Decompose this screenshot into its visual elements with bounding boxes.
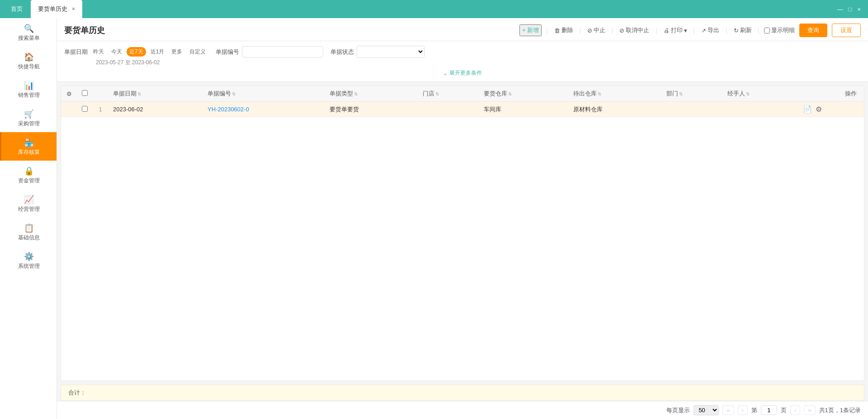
active-tab-label: 要货单历史 bbox=[38, 5, 67, 13]
toolbar: + 新增 | 🗑 删除 | ⊘ 中止 | ⊘ 取消中止 | 🖨 bbox=[519, 24, 861, 37]
handler-col-header: 经手人⇅ bbox=[723, 86, 798, 102]
checkbox-col-header bbox=[77, 86, 92, 102]
status-select[interactable] bbox=[357, 46, 425, 58]
dept-col-header: 部门⇅ bbox=[662, 86, 723, 102]
row-checkbox bbox=[77, 102, 92, 117]
sidebar-item-quick-nav[interactable]: 🏠 快捷导航 bbox=[0, 47, 57, 75]
quick-nav-icon: 🏠 bbox=[24, 53, 34, 61]
sidebar-item-inventory[interactable]: 🏪 库存核算 bbox=[0, 132, 57, 161]
row-delete-icon[interactable]: ⚙ bbox=[816, 105, 822, 114]
sidebar-item-base-info[interactable]: 📋 基础信息 bbox=[0, 218, 57, 246]
purchase-icon: 🛒 bbox=[24, 110, 34, 118]
tab-home[interactable]: 首页 bbox=[4, 0, 30, 18]
row-handler bbox=[723, 102, 798, 117]
last-page-button[interactable]: » bbox=[804, 405, 815, 415]
tab-active[interactable]: 要货单历史 × bbox=[31, 0, 82, 18]
order-no-input[interactable] bbox=[242, 46, 323, 57]
sidebar-item-finance[interactable]: 🔒 资金管理 bbox=[0, 161, 57, 189]
row-edit-icon[interactable]: 📄 bbox=[803, 105, 812, 114]
close-tab-icon[interactable]: × bbox=[72, 6, 75, 12]
home-tab-label: 首页 bbox=[11, 5, 23, 13]
order-no-filter-group: 单据编号 bbox=[216, 46, 323, 57]
inventory-icon: 🏪 bbox=[24, 138, 34, 147]
sidebar-label-finance: 资金管理 bbox=[18, 177, 40, 185]
order-no-label: 单据编号 bbox=[216, 48, 239, 56]
shortcut-more[interactable]: 更多 bbox=[169, 47, 185, 57]
shortcut-1month[interactable]: 近1月 bbox=[148, 47, 167, 57]
sidebar-label-inventory: 库存核算 bbox=[18, 148, 40, 156]
settings-icon[interactable]: ⚙ bbox=[66, 90, 72, 97]
row-num: 1 bbox=[92, 102, 108, 117]
expand-icon: ⌄ bbox=[443, 70, 448, 76]
table-container: ⚙ 单据日期⇅ 单据编号⇅ 单据类型⇅ 门店⇅ 要货仓库⇅ 待出仓库⇅ 部门⇅ bbox=[61, 86, 864, 381]
row-req-warehouse: 车间库 bbox=[479, 102, 569, 117]
settings-button[interactable]: 设置 bbox=[832, 24, 861, 37]
row-settings bbox=[61, 102, 77, 117]
sidebar-item-system[interactable]: ⚙️ 系统管理 bbox=[0, 246, 57, 275]
date-filter-group: 单据日期 昨天 今天 近7天 近1月 更多 自定义 bbox=[64, 47, 208, 57]
shortcut-custom[interactable]: 自定义 bbox=[187, 47, 208, 57]
first-page-button[interactable]: « bbox=[722, 405, 734, 415]
per-page-select[interactable]: 50 10 20 100 bbox=[693, 405, 719, 415]
filter-area: 单据日期 昨天 今天 近7天 近1月 更多 自定义 单据编号 bbox=[57, 41, 868, 82]
sidebar-label-search-menu: 搜索菜单 bbox=[18, 34, 40, 42]
next-page-button[interactable]: › bbox=[790, 405, 800, 415]
delete-button[interactable]: 🗑 删除 bbox=[552, 25, 575, 35]
stop-icon: ⊘ bbox=[587, 27, 592, 34]
req-warehouse-col-header: 要货仓库⇅ bbox=[479, 86, 569, 102]
sidebar-item-operation[interactable]: 📈 经营管理 bbox=[0, 189, 57, 218]
print-dropdown-icon: ▾ bbox=[684, 27, 687, 34]
date-col-header: 单据日期⇅ bbox=[108, 86, 203, 102]
status-label: 单据状态 bbox=[330, 48, 354, 56]
shortcut-yesterday[interactable]: 昨天 bbox=[90, 47, 107, 57]
cancel-stop-icon: ⊘ bbox=[619, 27, 624, 34]
print-icon: 🖨 bbox=[664, 27, 670, 34]
order-no-link[interactable]: YH-20230602-0 bbox=[208, 106, 249, 113]
no-col-header: 单据编号⇅ bbox=[203, 86, 325, 102]
sidebar: 🔍 搜索菜单 🏠 快捷导航 📊 销售管理 🛒 采购管理 🏪 库存核算 🔒 资金管… bbox=[0, 18, 57, 419]
row-type: 要货单要货 bbox=[325, 102, 418, 117]
filter-row: 单据日期 昨天 今天 近7天 近1月 更多 自定义 单据编号 bbox=[64, 46, 861, 58]
status-filter-group: 单据状态 bbox=[330, 46, 425, 58]
page-of-label: 页 bbox=[781, 406, 787, 414]
search-menu-icon: 🔍 bbox=[24, 24, 34, 33]
main-layout: 🔍 搜索菜单 🏠 快捷导航 📊 销售管理 🛒 采购管理 🏪 库存核算 🔒 资金管… bbox=[0, 18, 868, 419]
action-col-header: 操作 bbox=[798, 86, 864, 102]
sidebar-item-sales[interactable]: 📊 销售管理 bbox=[0, 75, 57, 104]
sidebar-item-purchase[interactable]: 🛒 采购管理 bbox=[0, 104, 57, 132]
date-shortcuts: 昨天 今天 近7天 近1月 更多 自定义 bbox=[90, 47, 208, 57]
page-input[interactable] bbox=[761, 405, 777, 415]
delete-icon: 🗑 bbox=[554, 27, 560, 34]
new-button[interactable]: + 新增 bbox=[519, 24, 542, 36]
refresh-icon: ↻ bbox=[734, 27, 739, 34]
export-button[interactable]: ↗ 导出 bbox=[699, 25, 721, 35]
shortcut-today[interactable]: 今天 bbox=[108, 47, 125, 57]
finance-icon: 🔒 bbox=[24, 167, 34, 175]
content-area: 要货单历史 + 新增 | 🗑 删除 | ⊘ 中止 | ⊘ 取消中止 | bbox=[57, 18, 868, 419]
close-window-icon[interactable]: × bbox=[857, 6, 861, 13]
settings-col-header: ⚙ bbox=[61, 86, 77, 102]
footer-total-label: 合计： bbox=[68, 389, 86, 396]
refresh-button[interactable]: ↻ 刷新 bbox=[732, 25, 754, 35]
cancel-stop-button[interactable]: ⊘ 取消中止 bbox=[618, 25, 651, 35]
select-all-checkbox[interactable] bbox=[82, 90, 88, 96]
pending-warehouse-col-header: 待出仓库⇅ bbox=[569, 86, 661, 102]
display-detail-button[interactable]: 显示明细 bbox=[764, 26, 795, 34]
row-select-checkbox[interactable] bbox=[82, 106, 88, 112]
row-dept bbox=[662, 102, 723, 117]
expand-more-button[interactable]: ⌄ 展开更多条件 bbox=[64, 69, 861, 77]
maximize-icon[interactable]: □ bbox=[849, 6, 852, 13]
num-col-header bbox=[92, 86, 108, 102]
query-button[interactable]: 查询 bbox=[799, 24, 827, 37]
page-title: 要货单历史 bbox=[64, 25, 105, 36]
shortcut-7days[interactable]: 近7天 bbox=[127, 47, 146, 57]
minimize-icon[interactable]: — bbox=[837, 6, 843, 13]
sidebar-item-search-menu[interactable]: 🔍 搜索菜单 bbox=[0, 18, 57, 47]
print-button[interactable]: 🖨 打印 ▾ bbox=[662, 25, 689, 35]
display-detail-checkbox[interactable] bbox=[764, 28, 770, 33]
prev-page-button[interactable]: ‹ bbox=[738, 405, 748, 415]
window-controls: — □ × bbox=[837, 6, 868, 13]
data-table: ⚙ 单据日期⇅ 单据编号⇅ 单据类型⇅ 门店⇅ 要货仓库⇅ 待出仓库⇅ 部门⇅ bbox=[61, 86, 864, 117]
sidebar-label-sales: 销售管理 bbox=[18, 91, 40, 99]
stop-button[interactable]: ⊘ 中止 bbox=[585, 25, 607, 35]
